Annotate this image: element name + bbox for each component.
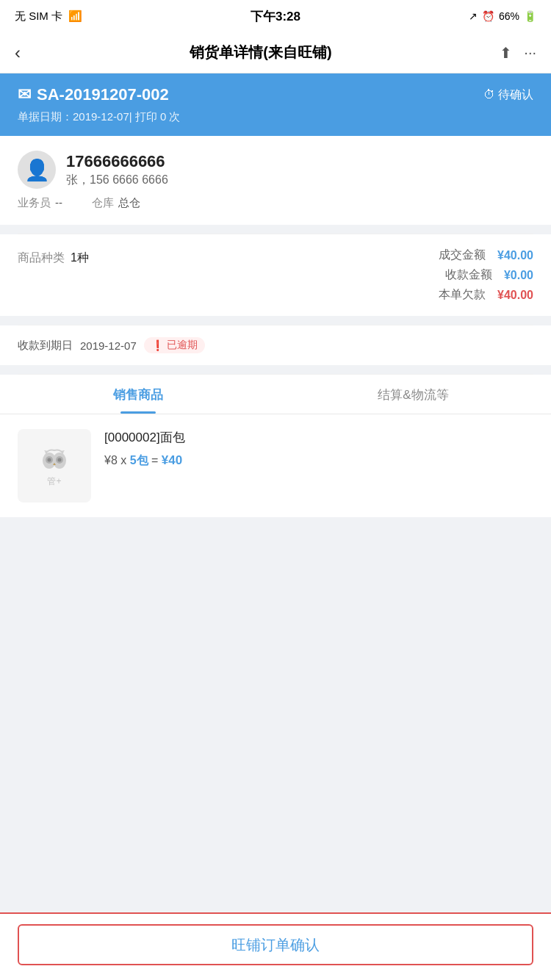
status-time: 下午3:28 xyxy=(251,8,300,25)
received-label: 收款金额 xyxy=(445,267,492,283)
tabs: 销售商品 结算&物流等 xyxy=(0,375,551,414)
overdue-icon: ❗ xyxy=(151,339,164,351)
location-icon: ↗ xyxy=(469,10,478,22)
overdue-badge: ❗ 已逾期 xyxy=(144,337,205,353)
avatar-icon: 👤 xyxy=(24,158,50,182)
price-text: ¥8 x xyxy=(104,454,130,466)
type-label: 商品种类 xyxy=(18,251,65,266)
product-qty: 5包 xyxy=(130,454,148,466)
share-button[interactable]: ⬆ xyxy=(500,44,512,62)
nav-bar: ‹ 销货单详情(来自旺铺) ⬆ ··· xyxy=(0,32,551,73)
customer-info: 17666666666 张，156 6666 6666 xyxy=(66,152,168,188)
warehouse-meta: 仓库 总仓 xyxy=(92,196,140,210)
customer-row: 👤 17666666666 张，156 6666 6666 xyxy=(18,151,533,189)
customer-name: 张，156 6666 6666 xyxy=(66,173,168,188)
svg-point-4 xyxy=(48,458,51,461)
order-date: 单据日期：2019-12-07| 打印 0 次 xyxy=(18,110,533,124)
carrier-text: 无 SIM 卡 xyxy=(15,10,62,24)
summary-left: 商品种类 1种 xyxy=(18,248,89,266)
status-text: 待确认 xyxy=(498,87,533,103)
type-value: 1种 xyxy=(71,251,89,266)
battery-icon: 🔋 xyxy=(524,10,536,22)
back-button[interactable]: ‹ xyxy=(15,43,44,63)
status-right: ↗ ⏰ 66% 🔋 xyxy=(469,10,536,22)
product-info: [0000002]面包 ¥8 x 5包 = ¥40 xyxy=(104,429,533,469)
received-value: ¥0.00 xyxy=(504,269,533,282)
status-bar: 无 SIM 卡 📶 下午3:28 ↗ ⏰ 66% 🔋 xyxy=(0,0,551,32)
confirm-button[interactable]: 旺铺订单确认 xyxy=(18,924,533,965)
amount-label: 成交金额 xyxy=(439,248,486,263)
owe-label: 本单欠款 xyxy=(439,287,486,303)
due-date-label: 收款到期日 xyxy=(18,339,73,353)
amount-row: 成交金额 ¥40.00 xyxy=(439,248,533,263)
alarm-icon: ⏰ xyxy=(482,10,494,22)
summary-right: 成交金额 ¥40.00 收款金额 ¥0.00 本单欠款 ¥40.00 xyxy=(439,248,533,303)
page-title: 销货单详情(来自旺铺) xyxy=(44,43,478,62)
sales-label: 业务员 xyxy=(18,196,51,210)
customer-phone: 17666666666 xyxy=(66,152,168,171)
wifi-icon: 📶 xyxy=(68,10,82,23)
owl-icon xyxy=(36,444,73,474)
product-price: ¥8 x 5包 = ¥40 xyxy=(104,453,533,469)
amount-value: ¥40.00 xyxy=(497,249,533,262)
owe-row: 本单欠款 ¥40.00 xyxy=(439,287,533,303)
product-section: 管+ [0000002]面包 ¥8 x 5包 = ¥40 xyxy=(0,414,551,517)
svg-point-5 xyxy=(58,458,62,461)
confirm-btn-wrapper: 旺铺订单确认 xyxy=(0,912,551,980)
order-status: ⏱ 待确认 xyxy=(483,87,533,103)
sales-meta: 业务员 -- xyxy=(18,196,62,210)
logo-plus-text: 管+ xyxy=(47,475,61,488)
more-button[interactable]: ··· xyxy=(524,44,536,61)
product-name: [0000002]面包 xyxy=(104,429,533,446)
order-icon: ✉ xyxy=(18,85,31,104)
price-separator: = xyxy=(148,454,162,466)
received-row: 收款金额 ¥0.00 xyxy=(445,267,533,283)
product-logo: 管+ xyxy=(36,444,73,488)
owe-value: ¥40.00 xyxy=(497,289,533,302)
status-left: 无 SIM 卡 📶 xyxy=(15,10,82,24)
tab-sales[interactable]: 销售商品 xyxy=(0,375,276,414)
summary-card: 商品种类 1种 成交金额 ¥40.00 收款金额 ¥0.00 本单欠款 ¥40.… xyxy=(0,234,551,316)
product-thumbnail: 管+ xyxy=(18,429,91,502)
battery-text: 66% xyxy=(499,10,519,22)
customer-meta: 业务员 -- 仓库 总仓 xyxy=(18,196,533,210)
sales-value: -- xyxy=(55,196,62,210)
avatar: 👤 xyxy=(18,151,56,189)
status-clock-icon: ⏱ xyxy=(483,88,495,101)
overdue-text: 已逾期 xyxy=(167,339,198,352)
nav-actions: ⬆ ··· xyxy=(478,44,536,62)
due-date-card: 收款到期日 2019-12-07 ❗ 已逾期 xyxy=(0,325,551,365)
warehouse-label: 仓库 xyxy=(92,196,114,210)
bottom-area xyxy=(0,526,551,644)
order-header: ✉ SA-20191207-002 ⏱ 待确认 单据日期：2019-12-07|… xyxy=(0,73,551,136)
order-id-row: ✉ SA-20191207-002 ⏱ 待确认 xyxy=(18,85,533,104)
product-item: 管+ [0000002]面包 ¥8 x 5包 = ¥40 xyxy=(0,414,551,517)
tab-settlement[interactable]: 结算&物流等 xyxy=(276,375,551,414)
customer-card: 👤 17666666666 张，156 6666 6666 业务员 -- 仓库 … xyxy=(0,136,551,225)
order-id: ✉ SA-20191207-002 xyxy=(18,85,169,104)
product-total: ¥40 xyxy=(162,453,182,467)
due-date-value: 2019-12-07 xyxy=(80,339,137,352)
warehouse-value: 总仓 xyxy=(118,196,140,210)
order-id-text: SA-20191207-002 xyxy=(37,85,169,104)
